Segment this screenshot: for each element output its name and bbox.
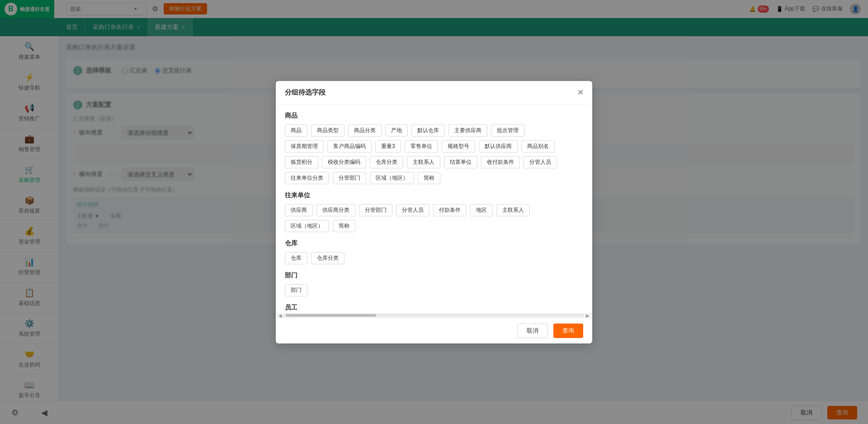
field-supplier-category[interactable]: 供应商分类 xyxy=(316,204,355,216)
section-goods-fields-2: 保质期管理 客户商品编码 重量3 零售单位 规格型号 默认供应商 商品别名 xyxy=(285,140,583,152)
field-expiry-mgmt[interactable]: 保质期管理 xyxy=(285,140,324,152)
section-warehouse-title: 仓库 xyxy=(285,239,583,248)
field-spec-model[interactable]: 规格型号 xyxy=(442,140,475,152)
field-dept-manage[interactable]: 分管部门 xyxy=(359,204,392,216)
field-counterpart-category[interactable]: 往来单位分类 xyxy=(285,172,329,184)
section-counterpart-title: 往来单位 xyxy=(285,191,583,200)
field-warehouse-cat[interactable]: 仓库分类 xyxy=(311,252,344,264)
field-batch-mgmt[interactable]: 批次管理 xyxy=(491,124,524,137)
field-short-name[interactable]: 简称 xyxy=(418,172,440,184)
field-supplier[interactable]: 供应商 xyxy=(285,204,313,216)
field-refine-points[interactable]: 炼货积分 xyxy=(285,156,318,168)
field-region-area-2[interactable]: 区域（地区） xyxy=(285,220,329,232)
field-main-supplier[interactable]: 主要供应商 xyxy=(448,124,487,137)
field-warehouse-category[interactable]: 仓库分类 xyxy=(370,156,403,168)
section-counterpart-fields-2: 区域（地区） 简称 xyxy=(285,220,583,232)
modal-confirm-btn[interactable]: 查询 xyxy=(553,324,583,338)
field-default-warehouse[interactable]: 默认仓库 xyxy=(411,124,445,137)
modal-close-btn[interactable]: ✕ xyxy=(577,88,583,97)
h-scroll-thumb[interactable] xyxy=(286,314,376,317)
section-employee-title: 员工 xyxy=(285,304,583,312)
section-counterpart-fields: 供应商 供应商分类 分管部门 分管人员 付款条件 地区 主联系人 xyxy=(285,204,583,216)
field-region-area[interactable]: 区域（地区） xyxy=(370,172,414,184)
field-dept[interactable]: 部门 xyxy=(285,284,307,296)
section-goods-fields: 商品 商品类型 商品分类 产地 默认仓库 主要供应商 批次管理 xyxy=(285,124,583,137)
field-dept-in-charge[interactable]: 分管部门 xyxy=(333,172,366,184)
field-tax-code[interactable]: 税收分类编码 xyxy=(322,156,366,168)
section-goods-title: 商品 xyxy=(285,112,583,120)
field-weight3[interactable]: 重量3 xyxy=(375,140,401,152)
field-goods[interactable]: 商品 xyxy=(285,124,307,137)
field-select-modal: 分组待选字段 ✕ 商品 商品 商品类型 商品分类 产地 默认仓库 主要供应商 批… xyxy=(276,81,592,343)
field-person-manage[interactable]: 分管人员 xyxy=(396,204,429,216)
section-warehouse-fields: 仓库 仓库分类 xyxy=(285,252,583,264)
modal-cancel-btn[interactable]: 取消 xyxy=(517,324,548,338)
field-goods-category[interactable]: 商品分类 xyxy=(348,124,382,137)
modal-footer: 取消 查询 xyxy=(276,318,592,343)
field-origin[interactable]: 产地 xyxy=(385,124,408,137)
field-main-contact-2[interactable]: 主联系人 xyxy=(496,204,530,216)
section-dept-title: 部门 xyxy=(285,272,583,280)
field-main-contact[interactable]: 主联系人 xyxy=(407,156,440,168)
field-payment-cond[interactable]: 付款条件 xyxy=(433,204,467,216)
field-customer-code[interactable]: 客户商品编码 xyxy=(327,140,372,152)
section-goods-fields-4: 往来单位分类 分管部门 区域（地区） 简称 xyxy=(285,172,583,184)
field-default-supplier[interactable]: 默认供应商 xyxy=(479,140,518,152)
field-person-in-charge[interactable]: 分管人员 xyxy=(524,156,557,168)
modal-title: 分组待选字段 xyxy=(285,88,326,97)
modal-header: 分组待选字段 ✕ xyxy=(276,81,592,105)
h-scroll-track xyxy=(284,314,584,317)
field-warehouse[interactable]: 仓库 xyxy=(285,252,307,264)
field-goods-alias[interactable]: 商品别名 xyxy=(521,140,555,152)
field-retail-unit[interactable]: 零售单位 xyxy=(405,140,438,152)
modal-body: 商品 商品 商品类型 商品分类 产地 默认仓库 主要供应商 批次管理 保质期管理… xyxy=(276,105,592,313)
field-goods-type[interactable]: 商品类型 xyxy=(311,124,344,137)
modal-horizontal-scrollbar[interactable]: ◀ ▶ xyxy=(276,313,592,318)
section-dept-fields: 部门 xyxy=(285,284,583,296)
section-goods-fields-3: 炼货积分 税收分类编码 仓库分类 主联系人 结算单位 收付款条件 分管人员 xyxy=(285,156,583,168)
field-short-name-2[interactable]: 简称 xyxy=(333,220,355,232)
field-settlement-unit[interactable]: 结算单位 xyxy=(444,156,477,168)
field-payment-terms[interactable]: 收付款条件 xyxy=(481,156,520,168)
field-region[interactable]: 地区 xyxy=(470,204,493,216)
